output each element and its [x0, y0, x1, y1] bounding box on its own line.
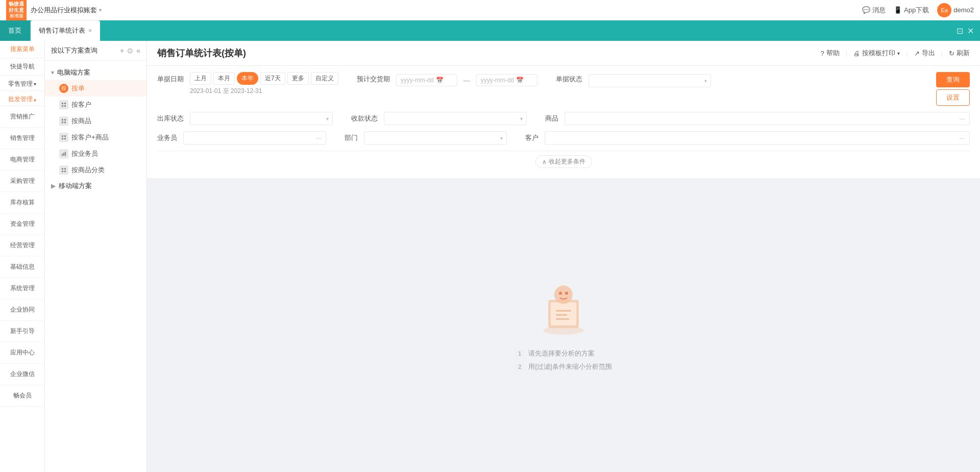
left-panel: 按以下方案查询 + ⊙ « ▾ 电脑端方案 按 按单 [45, 41, 147, 472]
svg-rect-14 [65, 152, 66, 156]
download-icon: 📱 [894, 6, 902, 14]
dept-select[interactable] [364, 131, 507, 145]
export-btn[interactable]: ↗ 导出 [914, 49, 935, 58]
template-print-btn[interactable]: 🖨 按模板打印 ▾ [853, 49, 900, 58]
tree-item-by-customer[interactable]: 按客户 [45, 97, 146, 113]
sidebar-item-purchase[interactable]: 采购管理 [0, 171, 44, 192]
tree-item-by-category[interactable]: 按商品分类 [45, 162, 146, 178]
tip-2-text: 用[过滤]条件来缩小分析范围 [528, 362, 611, 371]
help-btn[interactable]: ? 帮助 [821, 49, 840, 58]
main-header: 销售订单统计表(按单) ? 帮助 | 🖨 按模板打印 ▾ | [147, 41, 980, 66]
svg-rect-0 [62, 103, 63, 104]
wholesale-arrow: ▴ [34, 97, 36, 102]
sidebar-quick-nav[interactable]: 快捷导航 [0, 58, 44, 76]
sales-label: 销售管理 [10, 134, 35, 143]
customer-more-btn[interactable]: ··· [959, 134, 965, 142]
tab-bar: 首页 销售订单统计表 × ⊡ ✕ [0, 20, 980, 41]
expected-date-start-text: yyyy-mm-dd [401, 77, 434, 84]
tab-close-icon[interactable]: × [88, 27, 92, 34]
tab-sales-order-stats[interactable]: 销售订单统计表 × [31, 20, 100, 41]
date-btn-7days[interactable]: 近7天 [260, 72, 285, 85]
date-btn-custom[interactable]: 自定义 [311, 72, 338, 85]
refresh-btn[interactable]: ↻ 刷新 [949, 49, 970, 58]
message-btn[interactable]: 💬 消息 [862, 6, 886, 15]
expected-date-end[interactable]: yyyy-mm-dd 📅 [476, 74, 537, 86]
filter-row-3: 业务员 ··· 部门 ▾ 客户 ··· [157, 131, 970, 145]
app-download-btn[interactable]: 📱 App下载 [894, 6, 929, 15]
sidebar-item-operation[interactable]: 经营管理 [0, 235, 44, 256]
svg-point-22 [554, 286, 573, 304]
goods-more-btn[interactable]: ··· [959, 114, 965, 123]
svg-rect-8 [62, 135, 63, 137]
tree-item-by-goods[interactable]: 按商品 [45, 113, 146, 129]
svg-rect-18 [64, 171, 66, 172]
tree-item-by-salesperson[interactable]: 按业务员 [45, 146, 146, 162]
status-select[interactable] [589, 74, 711, 87]
delivery-status-select[interactable] [190, 112, 333, 125]
expected-date-start[interactable]: yyyy-mm-dd 📅 [396, 74, 457, 86]
sidebar-item-finance[interactable]: 资金管理 [0, 214, 44, 235]
payment-status-select[interactable] [384, 112, 527, 125]
tab-home[interactable]: 首页 [0, 20, 30, 41]
date-btn-last-month[interactable]: 上月 [190, 72, 211, 85]
sidebar-item-member[interactable]: 畅会员 [0, 385, 44, 407]
tree-group-pc-label: 电脑端方案 [57, 68, 90, 77]
dept-label: 部门 [345, 133, 358, 143]
tab-sales-label: 销售订单统计表 [39, 26, 85, 35]
tree-item-by-customer-goods[interactable]: 按客户+商品 [45, 129, 146, 146]
sidebar-search-menu[interactable]: 搜索菜单 [0, 41, 44, 58]
sidebar-item-basic[interactable]: 基础信息 [0, 256, 44, 278]
purchase-label: 采购管理 [10, 177, 35, 185]
tree-item-by-order[interactable]: 按 按单 [45, 80, 146, 97]
refresh-label: 刷新 [957, 49, 970, 58]
sidebar-item-enterprise[interactable]: 企业协同 [0, 299, 44, 321]
empty-tip-2: 2 用[过滤]条件来缩小分析范围 [515, 362, 611, 371]
settings-scheme-btn[interactable]: ⊙ [127, 46, 133, 55]
sidebar-item-app-center[interactable]: 应用中心 [0, 342, 44, 364]
app-selector[interactable]: 办公用品行业模拟账套 ▾ [31, 6, 102, 15]
date-group: 上月 本月 本年 近7天 更多 自定义 2023-01-01 至 2023-12… [190, 72, 338, 96]
sidebar-item-inventory[interactable]: 库存核算 [0, 192, 44, 214]
sidebar-item-sales[interactable]: 销售管理 [0, 128, 44, 149]
salesperson-more-btn[interactable]: ··· [315, 134, 322, 142]
collapse-panel-btn[interactable]: « [136, 46, 140, 55]
date-btn-this-year[interactable]: 本年 [237, 72, 258, 85]
app-name: 办公用品行业模拟账套 [31, 6, 97, 15]
sidebar-item-newbie[interactable]: 新手引导 [0, 321, 44, 342]
user-profile[interactable]: Ea demo2 [937, 3, 974, 17]
sidebar-item-wechat[interactable]: 企业微信 [0, 364, 44, 385]
sidebar-item-retail[interactable]: 零售管理 ▾ [0, 76, 44, 91]
tree-group-pc-header[interactable]: ▾ 电脑端方案 [45, 65, 146, 80]
svg-rect-27 [556, 318, 569, 320]
enterprise-label: 企业协同 [10, 305, 35, 314]
empty-tip-1: 1 请先选择要分析的方案 [515, 349, 611, 358]
main-panel: 销售订单统计表(按单) ? 帮助 | 🖨 按模板打印 ▾ | [147, 41, 980, 472]
app-download-label: App下载 [904, 6, 929, 15]
add-scheme-btn[interactable]: + [120, 46, 124, 55]
settings-btn[interactable]: 设置 [936, 89, 970, 106]
window-restore-icon[interactable]: ⊡ [957, 26, 963, 36]
export-label: 导出 [922, 49, 935, 58]
left-panel-title: 按以下方案查询 [51, 46, 97, 55]
sidebar-item-system[interactable]: 系统管理 [0, 278, 44, 299]
date-btn-more[interactable]: 更多 [287, 72, 309, 85]
sidebar-item-marketing[interactable]: 营销推广 [0, 106, 44, 128]
tip-num-2: 2 [515, 362, 524, 371]
collapse-icon: ∧ [542, 158, 547, 166]
sidebar-item-ecommerce[interactable]: 电商管理 [0, 149, 44, 171]
search-menu-label: 搜索菜单 [10, 45, 35, 53]
expected-date-label: 预计交货期 [357, 75, 390, 84]
dept-select-wrapper: ▾ [364, 131, 507, 145]
collapse-btn[interactable]: ∧ 收起更多条件 [535, 155, 592, 168]
tree-group-pc: ▾ 电脑端方案 按 按单 按客户 [45, 65, 146, 178]
sidebar-item-wholesale[interactable]: 批发管理 ▴ [0, 91, 44, 106]
left-panel-header: 按以下方案查询 + ⊙ « [45, 41, 146, 61]
by-customer-icon [59, 100, 68, 109]
tree-group-mobile-label: 移动端方案 [59, 181, 92, 191]
tree-group-mobile-header[interactable]: ▶ 移动端方案 [45, 178, 146, 194]
date-btn-this-month[interactable]: 本月 [213, 72, 235, 85]
payment-status-wrapper: ▾ [384, 112, 527, 125]
window-close-icon[interactable]: ✕ [967, 26, 974, 36]
query-btn[interactable]: 查询 [936, 72, 970, 87]
retail-label: 零售管理 [8, 80, 33, 88]
